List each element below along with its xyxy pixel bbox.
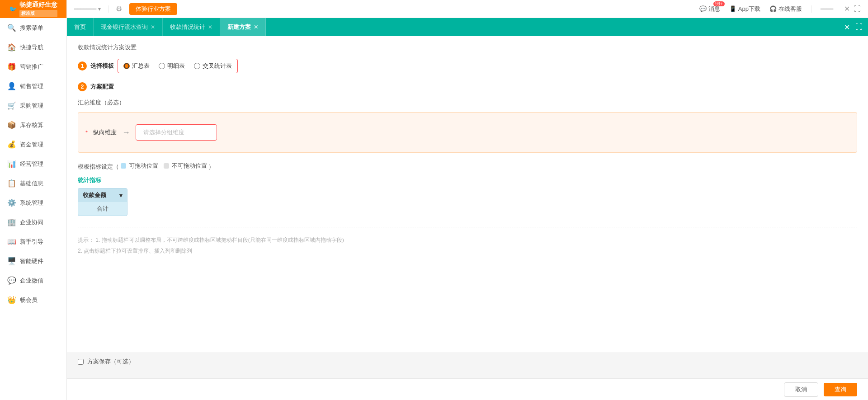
- sidebar-item-purchase[interactable]: 🛒 采购管理: [0, 96, 66, 115]
- online-service-link[interactable]: 🎧 在线客服: [769, 5, 802, 13]
- sidebar-item-label: 资金管理: [20, 141, 43, 149]
- tip-text-1: 提示： 1. 拖动标题栏可以调整布局，不可跨维度或指标区域拖动栏目段(只能在同一…: [78, 235, 857, 245]
- tab-newplan-close[interactable]: ✕: [254, 24, 258, 30]
- sidebar-item-operations[interactable]: 📊 经营管理: [0, 154, 66, 174]
- sidebar-item-quicknav[interactable]: 🏠 快捷导航: [0, 38, 66, 57]
- sidebar-item-search[interactable]: 🔍 搜索菜单: [0, 18, 66, 38]
- building-icon: 🏢: [7, 218, 16, 226]
- message-icon: 💬: [699, 5, 707, 12]
- sidebar-item-label: 采购管理: [20, 102, 43, 110]
- sidebar-item-wechat[interactable]: 💬 企业微信: [0, 271, 66, 290]
- header-divider2: [811, 5, 811, 13]
- radio-cross-label: 交叉统计表: [203, 62, 232, 70]
- metrics-grid: 收款金额 ▾ 合计: [78, 188, 857, 216]
- metrics-card-header[interactable]: 收款金额 ▾: [78, 188, 127, 202]
- step2-header: 2 方案配置: [78, 82, 857, 91]
- dropdown-arrow: ▾: [98, 6, 101, 12]
- radio-summary-input[interactable]: [123, 63, 130, 69]
- step1-title: 选择模板: [90, 62, 114, 70]
- sidebar-item-sales[interactable]: 👤 销售管理: [0, 76, 66, 96]
- save-section: 方案保存（可选）: [67, 353, 868, 370]
- sidebar-item-label: 系统管理: [20, 199, 43, 207]
- service-icon: 🎧: [769, 5, 777, 12]
- tab-newplan-label: 新建方案: [227, 23, 251, 31]
- sidebar-item-funds[interactable]: 💰 资金管理: [0, 135, 66, 154]
- app-download-link[interactable]: 📱 App下载: [729, 5, 760, 13]
- footer-bar: 取消 查询: [67, 378, 868, 400]
- fixed-dot: [164, 163, 169, 169]
- save-checkbox[interactable]: [78, 359, 84, 365]
- close-window-icon[interactable]: ✕: [844, 5, 850, 13]
- download-icon: 📱: [729, 5, 736, 12]
- metrics-card-body: 合计: [78, 202, 127, 216]
- content-area: 收款情况统计方案设置 1 选择模板 汇总表 明细表: [67, 36, 868, 378]
- metrics-card-collection: 收款金额 ▾ 合计: [78, 188, 127, 216]
- tab-collection[interactable]: 收款情况统计 ✕: [163, 18, 220, 36]
- dimension-title: 汇总维度（必选）: [78, 99, 857, 107]
- tab-newplan[interactable]: 新建方案 ✕: [220, 18, 266, 36]
- sidebar-item-hardware[interactable]: 🖥️ 智能硬件: [0, 251, 66, 271]
- dropdown-arrow-icon: ▾: [119, 192, 123, 199]
- save-label: 方案保存（可选）: [87, 358, 134, 366]
- badge-count: 99+: [713, 1, 725, 6]
- metrics-grid-label: 统计指标: [78, 176, 857, 184]
- metrics-label-row: 模板指标设定（ 可拖动位置 不可拖动位置 ）: [78, 162, 857, 171]
- sidebar-item-newguide[interactable]: 📖 新手引导: [0, 232, 66, 251]
- monitor-icon: 🖥️: [7, 257, 16, 265]
- chart-icon: 📊: [7, 160, 16, 168]
- logo-icon: 🐦: [9, 5, 17, 13]
- workspace-dropdown[interactable]: ━━━━━━━ ▾: [74, 6, 101, 12]
- sidebar-item-label: 新手引导: [20, 238, 43, 246]
- online-service-label: 在线客服: [778, 5, 802, 13]
- tips-section: 提示： 1. 拖动标题栏可以调整布局，不可跨维度或指标区域拖动栏目段(只能在同一…: [78, 227, 857, 256]
- sidebar-item-label: 企业微信: [20, 277, 43, 285]
- sidebar-item-member[interactable]: 👑 畅会员: [0, 290, 66, 310]
- radio-cross[interactable]: 交叉统计表: [194, 62, 232, 70]
- logo-sub: 标准版: [19, 10, 57, 17]
- query-button[interactable]: 查询: [824, 383, 857, 396]
- sidebar-item-enterprise[interactable]: 🏢 企业协同: [0, 212, 66, 232]
- home-icon: 🏠: [7, 43, 16, 52]
- metrics-title: 模板指标设定（ 可拖动位置 不可拖动位置 ）: [78, 162, 214, 171]
- tab-cashflow[interactable]: 现金银行流水查询 ✕: [94, 18, 163, 36]
- radio-detail-input[interactable]: [159, 63, 165, 69]
- step1-section: 1 选择模板 汇总表 明细表 交叉统计表: [78, 59, 857, 73]
- money-icon: 💰: [7, 140, 16, 149]
- tab-collection-close[interactable]: ✕: [208, 24, 212, 30]
- clipboard-icon: 📋: [7, 179, 16, 188]
- tab-expand-icon[interactable]: ⛶: [855, 23, 863, 31]
- sidebar-item-system[interactable]: ⚙️ 系统管理: [0, 193, 66, 212]
- top-header: ━━━━━━━ ▾ ⚙ 体验行业方案 💬 消息 99+ 📱 App下载 🎧 在线…: [67, 0, 868, 18]
- trial-button[interactable]: 体验行业方案: [129, 3, 177, 15]
- step1-header: 1 选择模板 汇总表 明细表 交叉统计表: [78, 59, 857, 73]
- gift-icon: 🎁: [7, 62, 16, 71]
- sidebar: 🐦 畅捷通好生意 标准版 🔍 搜索菜单 🏠 快捷导航 🎁 营销推广 👤 销售管理…: [0, 0, 67, 400]
- fixed-label: 不可拖动位置: [172, 162, 207, 170]
- logo-text: 畅捷通好生意: [19, 1, 57, 9]
- sidebar-item-inventory[interactable]: 📦 库存核算: [0, 115, 66, 135]
- radio-summary[interactable]: 汇总表: [123, 62, 150, 70]
- tab-close-icon[interactable]: ✕: [844, 23, 850, 32]
- radio-cross-input[interactable]: [194, 63, 200, 69]
- cart-icon: 🛒: [7, 101, 16, 110]
- step2-section: 2 方案配置 汇总维度（必选） * 纵向维度 → 请选择分组维度: [78, 82, 857, 256]
- radio-detail[interactable]: 明细表: [159, 62, 185, 70]
- tab-cashflow-close[interactable]: ✕: [151, 24, 155, 30]
- dimension-row: * 纵向维度 → 请选择分组维度: [85, 124, 217, 141]
- person-icon: 👤: [7, 82, 16, 90]
- required-mark: *: [85, 129, 88, 136]
- maximize-window-icon[interactable]: ⛶: [854, 5, 861, 13]
- step2-number: 2: [78, 82, 87, 91]
- vertical-dimension-label: 纵向维度: [93, 128, 117, 136]
- sidebar-item-basic[interactable]: 📋 基础信息: [0, 174, 66, 193]
- settings-icon[interactable]: ⚙: [116, 5, 122, 13]
- sidebar-item-label: 销售管理: [20, 82, 43, 90]
- radio-detail-label: 明细表: [167, 62, 185, 70]
- tab-home[interactable]: 首页: [67, 18, 94, 36]
- message-badge[interactable]: 💬 消息 99+: [699, 5, 720, 13]
- dimension-select[interactable]: 请选择分组维度: [136, 124, 217, 141]
- cancel-button[interactable]: 取消: [784, 382, 818, 397]
- gear-icon: ⚙️: [7, 198, 16, 207]
- dimension-area: * 纵向维度 → 请选择分组维度: [78, 112, 857, 153]
- sidebar-item-marketing[interactable]: 🎁 营销推广: [0, 57, 66, 76]
